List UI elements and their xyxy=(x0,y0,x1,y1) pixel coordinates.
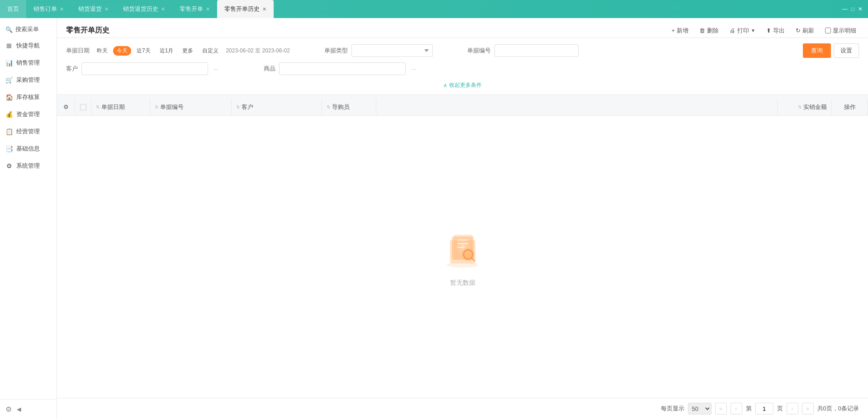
export-btn[interactable]: ⬆ 导出 xyxy=(764,25,787,37)
th-checkbox[interactable] xyxy=(75,99,91,115)
th-settings[interactable]: ⚙ xyxy=(57,99,75,115)
tab-sales-return-history-close[interactable]: ✕ xyxy=(161,6,165,12)
print-label: 打印 xyxy=(737,27,749,35)
goods-label: 商品 xyxy=(264,65,275,73)
order-type-select[interactable] xyxy=(351,44,433,57)
sidebar-search[interactable]: 🔍 搜索采单 xyxy=(0,22,57,37)
page-label-after: 页 xyxy=(777,405,783,413)
settings-filter-btn[interactable]: 设置 xyxy=(834,43,859,58)
print-chevron-icon: ▼ xyxy=(751,28,755,33)
query-btn[interactable]: 查询 xyxy=(803,43,831,58)
sidebar-item-system-mgmt[interactable]: ⚙ 系统管理 xyxy=(0,157,57,174)
sidebar-item-finance[interactable]: 💰 资金管理 xyxy=(0,106,57,123)
tab-sales-order-close[interactable]: ✕ xyxy=(60,6,64,12)
date-btn-more[interactable]: 更多 xyxy=(179,46,197,56)
sidebar-settings-btn[interactable]: ⚙ xyxy=(5,405,12,414)
sidebar-bottom: ⚙ ◄ xyxy=(0,399,57,419)
th-action: 操作 xyxy=(832,99,868,115)
collapse-label: 收起更多条件 xyxy=(449,81,482,89)
tab-sales-order[interactable]: 销售订单 ✕ xyxy=(26,0,71,18)
empty-illustration xyxy=(440,226,485,272)
tab-home[interactable]: 首页 xyxy=(0,0,26,18)
refresh-btn[interactable]: ↻ 刷新 xyxy=(793,25,817,37)
sidebar-item-basic-info-label: 基础信息 xyxy=(16,145,40,153)
basic-info-icon: 📑 xyxy=(5,145,13,152)
sidebar-item-sales-mgmt-label: 销售管理 xyxy=(16,59,40,67)
date-btn-1month[interactable]: 近1月 xyxy=(156,46,177,56)
page-size-select[interactable]: 50 10 20 100 xyxy=(688,403,711,414)
sidebar-item-sales-mgmt[interactable]: 📊 销售管理 xyxy=(0,54,57,71)
collapse-row: ∧ 收起更多条件 xyxy=(66,80,859,89)
refresh-icon: ↻ xyxy=(796,27,801,34)
display-detail-btn[interactable]: 显示明细 xyxy=(822,25,859,37)
maximize-btn[interactable]: □ xyxy=(851,6,854,12)
order-type-label: 单据类型 xyxy=(324,47,348,55)
sidebar-item-inventory[interactable]: 🏠 库存核算 xyxy=(0,89,57,106)
print-icon: 🖨 xyxy=(730,27,735,34)
goods-input[interactable] xyxy=(279,62,406,75)
tab-retail-open-close[interactable]: ✕ xyxy=(206,6,210,12)
goods-ellipsis[interactable]: ··· xyxy=(409,66,418,72)
date-btn-custom[interactable]: 自定义 xyxy=(199,46,222,56)
last-page-icon: » xyxy=(806,405,809,412)
tab-sales-order-label: 销售订单 xyxy=(33,5,57,13)
next-page-btn[interactable]: › xyxy=(787,403,798,414)
order-no-input[interactable] xyxy=(494,44,579,57)
sidebar-item-basic-info[interactable]: 📑 基础信息 xyxy=(0,140,57,157)
sidebar-search-label: 搜索采单 xyxy=(15,25,39,33)
tab-retail-open-history[interactable]: 零售开单历史 ✕ xyxy=(217,0,274,18)
date-btn-yesterday[interactable]: 昨天 xyxy=(93,46,111,56)
pagination: 每页显示 50 10 20 100 « ‹ 第 页 › » 共0页，0条记录 xyxy=(57,398,868,419)
sort-date-icon: ⇅ xyxy=(96,104,100,109)
date-btn-7days[interactable]: 近7天 xyxy=(133,46,154,56)
th-middle xyxy=(376,99,778,115)
query-buttons: 查询 设置 xyxy=(803,43,859,58)
date-filter-label: 单据日期 xyxy=(66,47,90,55)
minimize-btn[interactable]: — xyxy=(842,6,848,12)
header-checkbox[interactable] xyxy=(80,104,86,110)
sidebar-collapse-btn[interactable]: ◄ xyxy=(15,405,23,414)
th-customer[interactable]: ⇅ 客户 xyxy=(232,99,322,115)
tab-sales-return-history[interactable]: 销货退货历史 ✕ xyxy=(116,0,172,18)
sidebar-item-quick-nav-label: 快捷导航 xyxy=(16,42,40,50)
th-customer-label: 客户 xyxy=(242,103,253,111)
collapse-btn[interactable]: ∧ 收起更多条件 xyxy=(443,81,482,89)
sidebar-item-quick-nav[interactable]: ⊞ 快捷导航 xyxy=(0,37,57,54)
prev-page-btn[interactable]: ‹ xyxy=(730,403,742,414)
sidebar: 🔍 搜索采单 ⊞ 快捷导航 📊 销售管理 🛒 采购管理 🏠 库存核算 💰 资金管… xyxy=(0,18,57,419)
customer-ellipsis[interactable]: ··· xyxy=(212,66,220,72)
first-page-btn[interactable]: « xyxy=(715,403,727,414)
th-guide-label: 导购员 xyxy=(332,103,350,111)
top-bar: 首页 销售订单 ✕ 销货退货 ✕ 销货退货历史 ✕ 零售开单 ✕ 零售开单历史 … xyxy=(0,0,868,18)
delete-btn[interactable]: 🗑 删除 xyxy=(697,25,721,37)
tab-retail-open[interactable]: 零售开单 ✕ xyxy=(172,0,217,18)
th-guide[interactable]: ⇅ 导购员 xyxy=(322,99,376,115)
export-icon: ⬆ xyxy=(766,27,771,34)
date-filter: 单据日期 昨天 今天 近7天 近1月 更多 自定义 2023-06-02 至 2… xyxy=(66,46,290,56)
add-btn[interactable]: + 新增 xyxy=(669,25,692,37)
sidebar-item-operations[interactable]: 📋 经营管理 xyxy=(0,123,57,140)
th-order-no[interactable]: ⇅ 单据编号 xyxy=(150,99,232,115)
toolbar: + 新增 🗑 删除 🖨 打印 ▼ ⬆ 导出 ↻ 刷新 xyxy=(669,25,859,37)
th-date[interactable]: ⇅ 单据日期 xyxy=(91,99,150,115)
sidebar-item-purchase-mgmt[interactable]: 🛒 采购管理 xyxy=(0,71,57,89)
th-amount[interactable]: ⇅ 实销金额 xyxy=(778,99,832,115)
prev-page-icon: ‹ xyxy=(735,405,737,412)
page-size-label: 每页显示 xyxy=(661,405,684,413)
customer-input[interactable] xyxy=(81,62,208,75)
order-type-filter: 单据类型 xyxy=(324,44,433,57)
finance-icon: 💰 xyxy=(5,111,13,118)
th-date-label: 单据日期 xyxy=(101,103,125,111)
print-btn[interactable]: 🖨 打印 ▼ xyxy=(727,25,758,37)
tab-sales-return[interactable]: 销货退货 ✕ xyxy=(71,0,116,18)
tab-retail-open-label: 零售开单 xyxy=(180,5,203,13)
tab-retail-open-history-close[interactable]: ✕ xyxy=(262,6,266,12)
date-btn-today[interactable]: 今天 xyxy=(113,46,131,56)
tab-bar: 首页 销售订单 ✕ 销货退货 ✕ 销货退货历史 ✕ 零售开单 ✕ 零售开单历史 … xyxy=(0,0,837,18)
current-page-input[interactable] xyxy=(755,403,773,414)
display-detail-checkbox[interactable] xyxy=(825,28,831,33)
tab-sales-return-history-label: 销货退货历史 xyxy=(123,5,158,13)
window-close-btn[interactable]: ✕ xyxy=(858,6,863,12)
tab-sales-return-close[interactable]: ✕ xyxy=(104,6,109,12)
last-page-btn[interactable]: » xyxy=(802,403,814,414)
